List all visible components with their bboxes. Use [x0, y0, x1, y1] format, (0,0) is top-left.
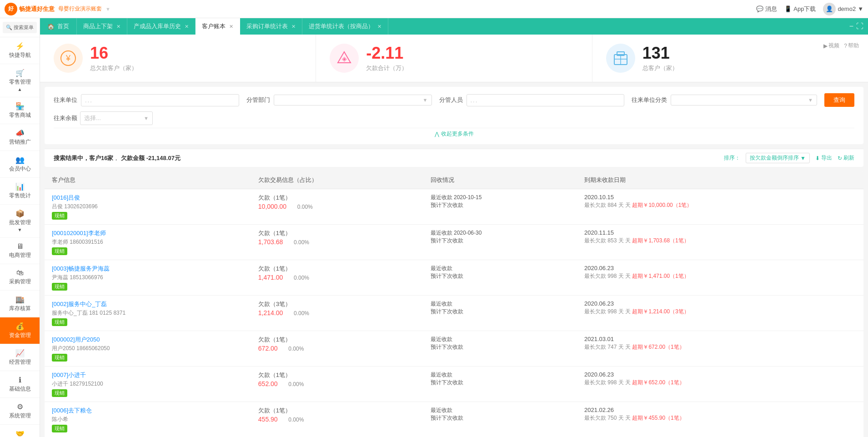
- customer-name-link[interactable]: [0007]小进千: [52, 371, 244, 379]
- latest-label: 最近收款: [431, 372, 452, 378]
- overdue-link[interactable]: 超期￥672.00（1笔）: [632, 344, 684, 350]
- sidebar-search-btn[interactable]: 🔍 搜索菜单: [3, 22, 37, 33]
- tab-chanchen[interactable]: 产成品入库单历史 ✕: [127, 18, 196, 35]
- table-row: [0002]服务中心_丁磊 服务中心_丁磊 181 0125 8371 现销 欠…: [45, 296, 863, 331]
- overdue-link[interactable]: 超期￥455.90（1笔）: [632, 415, 684, 421]
- ecommerce-icon: 🖥: [3, 242, 37, 251]
- filter-dept-select[interactable]: ▼: [274, 95, 432, 105]
- debt-customers-number: 16: [90, 44, 137, 62]
- next-label: 预计下次收款: [431, 202, 463, 208]
- overdue-link[interactable]: 超期￥1,214.00（3笔）: [632, 308, 689, 315]
- sidebar-item-lingshouguan[interactable]: 🛒 零售管理 ▲: [0, 64, 40, 97]
- debt-total-label: 欠款合计（万）: [366, 64, 407, 72]
- tab-kehuzhangben[interactable]: 客户账本 ✕: [196, 18, 240, 35]
- member-icon: 👥: [3, 156, 37, 164]
- table-header: 客户信息 欠款交易信息（占比） 回收情况 到期未收款日期: [45, 171, 863, 189]
- results-text: 搜索结果中，客户16家， 欠款金额 -21,148.07元: [54, 154, 181, 162]
- latest-label: 最近收款: [431, 301, 452, 307]
- cell-recovery-3: 最近收款 预计下次收款: [423, 296, 577, 331]
- sidebar-item-zijin[interactable]: 💰 资金管理: [0, 317, 40, 344]
- cell-customer-3: [0002]服务中心_丁磊 服务中心_丁磊 181 0125 8371 现销: [45, 296, 251, 331]
- tab-close-jinhuo[interactable]: ✕: [377, 24, 381, 30]
- refresh-btn[interactable]: ↻ 刷新: [838, 154, 854, 162]
- customer-phone: 吕俊 13026203696: [52, 203, 244, 211]
- info-icon: ℹ: [3, 376, 37, 384]
- sidebar-item-kucun[interactable]: 🏬 库存核算: [0, 291, 40, 317]
- tab-close-kehuzhangben[interactable]: ✕: [229, 24, 233, 30]
- tab-close-chanchen[interactable]: ✕: [185, 24, 189, 30]
- filter-manager-input[interactable]: ...: [467, 94, 625, 106]
- user-menu[interactable]: 👤 demo2 ▼: [823, 3, 863, 15]
- store-selector[interactable]: 母婴行业演示账套: [58, 5, 102, 13]
- customer-name-link[interactable]: [000002]用户2050: [52, 336, 244, 344]
- tab-jinhuo[interactable]: 进货单统计表（按商品） ✕: [302, 18, 388, 35]
- filter-balance-select[interactable]: 选择... ▼: [80, 111, 153, 125]
- due-date: 2021.02.26: [584, 407, 856, 413]
- cell-debt-0: 欠款（1笔） 10,000.00 0.00%: [251, 189, 423, 225]
- cell-recovery-0: 最近收款 2020-10-15 预计下次收款: [423, 189, 577, 225]
- overdue-link[interactable]: 超期￥652.00（1笔）: [632, 379, 684, 386]
- tab-bar: 🏠 首页 商品上下架 ✕ 产成品入库单历史 ✕ 客户账本 ✕ 采购订单统计表: [40, 18, 868, 35]
- customer-phone: 尹海蕊 18513066976: [52, 274, 244, 281]
- sidebar-item-pifaguan[interactable]: 📦 批发管理 ▼: [0, 205, 40, 238]
- message-btn[interactable]: 💬 消息: [756, 5, 777, 13]
- sidebar-item-jingying[interactable]: 📈 经营管理: [0, 344, 40, 371]
- help-btn[interactable]: ? 帮助: [844, 42, 859, 50]
- export-btn[interactable]: ⬇ 导出: [815, 154, 832, 162]
- tab-maximize-btn[interactable]: ⛶: [856, 22, 863, 30]
- sidebar-item-kuaijie[interactable]: ⚡ 快捷导航: [0, 37, 40, 64]
- customer-name-link[interactable]: [0016]吕俊: [52, 194, 244, 202]
- marketing-icon: 📣: [3, 129, 37, 137]
- tab-close-shangpin[interactable]: ✕: [116, 24, 120, 30]
- debt-percent: 0.00%: [297, 204, 313, 210]
- customer-name-link[interactable]: [0006]去下粮仓: [52, 407, 244, 415]
- sort-chevron-icon: ▼: [800, 155, 806, 161]
- sidebar-item-xitong[interactable]: ⚙ 系统管理: [0, 398, 40, 425]
- sidebar-item-lingshougshangcheng[interactable]: 🏪 零售商城: [0, 97, 40, 124]
- tab-minimize-btn[interactable]: −: [849, 22, 853, 30]
- overdue-link[interactable]: 超期￥1,471.00（1笔）: [632, 273, 689, 279]
- due-date: 2020.10.15: [584, 194, 856, 201]
- filter-customer-input[interactable]: ...: [81, 94, 239, 106]
- sidebar-item-jichuinfo[interactable]: ℹ 基础信息: [0, 371, 40, 398]
- system-icon: ⚙: [3, 402, 37, 411]
- search-icon: 🔍: [6, 25, 12, 30]
- chevron-down-icon: ▼: [858, 5, 863, 12]
- sidebar-item-lingshoutongji[interactable]: 📊 零售统计: [0, 178, 40, 205]
- debt-count: 欠款（1笔）: [258, 229, 416, 237]
- customer-name-link[interactable]: [0001020001]李老师: [52, 229, 244, 237]
- overdue-days-text: 最长欠款 884 天 天: [584, 202, 632, 208]
- sidebar-item-yingxiao[interactable]: 📣 营销推广: [0, 124, 40, 151]
- view-video-btn[interactable]: ▶ 视频: [823, 42, 839, 50]
- debt-total-number: -2.11: [366, 44, 407, 62]
- tab-home[interactable]: 🏠 首页: [40, 18, 77, 35]
- sort-selector[interactable]: 按欠款金额倒序排序 ▼: [746, 153, 810, 163]
- sidebar-item-huiyuan[interactable]: 👥 会员中心: [0, 151, 40, 178]
- search-button[interactable]: 查询: [824, 93, 854, 107]
- due-date: 2020.06.23: [584, 371, 856, 378]
- col-recovery: 回收情况: [423, 171, 577, 189]
- filter-toggle-btn[interactable]: ⋀ 收起更多条件: [54, 128, 854, 140]
- next-label: 预计下次收款: [431, 344, 463, 350]
- home-icon: 🏠: [47, 23, 55, 30]
- debt-percent: 0.00%: [294, 239, 309, 246]
- sidebar-item-caigou[interactable]: 🛍 采购管理: [0, 264, 40, 291]
- table-row: [0016]吕俊 吕俊 13026203696 现销 欠款（1笔） 10,000…: [45, 189, 863, 225]
- overdue-link[interactable]: 超期￥1,703.68（1笔）: [632, 237, 689, 244]
- filter-category-select[interactable]: ▼: [671, 95, 817, 105]
- tab-caigou[interactable]: 采购订单统计表 ✕: [240, 18, 302, 35]
- debt-customers-icon: ¥: [54, 44, 83, 73]
- sidebar: 🔍 搜索菜单 ⚡ 快捷导航 🛒 零售管理 ▲ 🏪 零售商城 📣 营销推广: [0, 18, 40, 437]
- debt-percent: 0.00%: [294, 310, 309, 316]
- cell-debt-5: 欠款（1笔） 652.00 0.00%: [251, 367, 423, 402]
- refresh-icon: ↻: [838, 155, 842, 161]
- customer-name-link[interactable]: [0002]服务中心_丁磊: [52, 300, 244, 308]
- overdue-link[interactable]: 超期￥10,000.00（1笔）: [632, 202, 692, 208]
- filter-dept: 分管部门 ▼: [246, 95, 432, 105]
- sidebar-item-dianshang[interactable]: 🖥 电商管理: [0, 238, 40, 264]
- customer-name-link[interactable]: [0003]畅捷服务尹海蕊: [52, 265, 244, 273]
- app-download-btn[interactable]: 📱 App下载: [784, 5, 816, 13]
- tab-shangpin[interactable]: 商品上下架 ✕: [77, 18, 127, 35]
- sidebar-item-qiyexietong[interactable]: 🤝 企业协同: [0, 425, 40, 437]
- tab-close-caigou[interactable]: ✕: [291, 24, 296, 30]
